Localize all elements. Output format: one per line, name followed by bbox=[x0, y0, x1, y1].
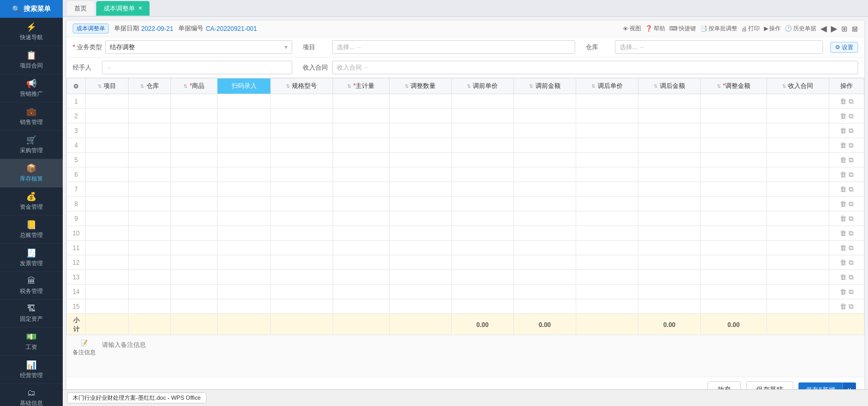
warehouse-cell[interactable] bbox=[128, 138, 171, 153]
goods-cell[interactable] bbox=[171, 109, 218, 123]
warehouse-cell[interactable] bbox=[128, 241, 171, 255]
nav-prev-btn[interactable]: ◀ bbox=[820, 24, 827, 33]
goods-cell[interactable] bbox=[171, 241, 218, 255]
unit-cell[interactable] bbox=[333, 270, 389, 285]
unit-cell[interactable] bbox=[333, 138, 389, 153]
scan-input-cell[interactable] bbox=[218, 285, 270, 299]
scan-input-cell[interactable] bbox=[218, 153, 270, 167]
goods-cell[interactable] bbox=[171, 299, 218, 314]
unit-cell[interactable] bbox=[333, 255, 389, 270]
scan-input-cell[interactable] bbox=[218, 255, 270, 270]
spec-type-cell[interactable] bbox=[270, 123, 333, 138]
project-cell[interactable] bbox=[86, 153, 129, 167]
prev-amount-cell[interactable] bbox=[513, 226, 576, 241]
unit-cell[interactable] bbox=[333, 167, 389, 182]
adj-amount-cell[interactable] bbox=[701, 167, 767, 182]
adj-qty-cell[interactable] bbox=[389, 270, 451, 285]
adj-qty-cell[interactable] bbox=[389, 153, 451, 167]
project-cell[interactable] bbox=[86, 226, 129, 241]
prev-amount-cell[interactable] bbox=[513, 197, 576, 211]
copy-row-icon[interactable]: ⧉ bbox=[849, 127, 853, 135]
prev-amount-cell[interactable] bbox=[513, 123, 576, 138]
income-contract-cell[interactable] bbox=[767, 182, 829, 197]
adj-qty-cell[interactable] bbox=[389, 211, 451, 226]
scan-input-cell[interactable] bbox=[218, 211, 270, 226]
after-unit-price-cell[interactable] bbox=[576, 241, 638, 255]
delete-row-icon[interactable]: 🗑 bbox=[840, 288, 847, 296]
copy-row-icon[interactable]: ⧉ bbox=[849, 273, 853, 281]
after-unit-price-cell[interactable] bbox=[576, 153, 638, 167]
spec-type-cell[interactable] bbox=[270, 241, 333, 255]
unit-cell[interactable] bbox=[333, 211, 389, 226]
scan-input-cell[interactable] bbox=[218, 109, 270, 123]
adj-amount-cell[interactable] bbox=[701, 285, 767, 299]
copy-row-icon[interactable]: ⧉ bbox=[849, 215, 853, 223]
scan-input-cell[interactable] bbox=[218, 167, 270, 182]
after-amount-cell[interactable] bbox=[638, 197, 701, 211]
prev-unit-price-cell[interactable] bbox=[451, 167, 513, 182]
sidebar-item-base-info[interactable]: 🗂 基础信息 bbox=[0, 384, 63, 406]
project-cell[interactable] bbox=[86, 182, 129, 197]
unit-cell[interactable] bbox=[333, 285, 389, 299]
income-contract-cell[interactable] bbox=[767, 138, 829, 153]
after-amount-cell[interactable] bbox=[638, 226, 701, 241]
after-amount-cell[interactable] bbox=[638, 167, 701, 182]
after-unit-price-cell[interactable] bbox=[576, 109, 638, 123]
toolbar-batch-edit-btn[interactable]: 📑 按单批调整 bbox=[700, 25, 737, 32]
prev-unit-price-cell[interactable] bbox=[451, 255, 513, 270]
spec-type-cell[interactable] bbox=[270, 138, 333, 153]
project-cell[interactable] bbox=[86, 285, 129, 299]
project-cell[interactable] bbox=[86, 123, 129, 138]
delete-row-icon[interactable]: 🗑 bbox=[840, 200, 847, 208]
goods-cell[interactable] bbox=[171, 255, 218, 270]
unit-cell[interactable] bbox=[333, 299, 389, 314]
prev-amount-cell[interactable] bbox=[513, 255, 576, 270]
sidebar-item-quick-nav[interactable]: ⚡ 快速导航 bbox=[0, 18, 63, 46]
prev-amount-cell[interactable] bbox=[513, 94, 576, 109]
delete-row-icon[interactable]: 🗑 bbox=[840, 97, 847, 105]
goods-cell[interactable] bbox=[171, 138, 218, 153]
spec-type-cell[interactable] bbox=[270, 153, 333, 167]
spec-type-cell[interactable] bbox=[270, 167, 333, 182]
spec-type-cell[interactable] bbox=[270, 109, 333, 123]
project-cell[interactable] bbox=[86, 197, 129, 211]
prev-unit-price-cell[interactable] bbox=[451, 285, 513, 299]
warehouse-cell[interactable] bbox=[128, 255, 171, 270]
warehouse-cell[interactable] bbox=[128, 270, 171, 285]
adj-amount-cell[interactable] bbox=[701, 109, 767, 123]
goods-cell[interactable] bbox=[171, 226, 218, 241]
unit-cell[interactable] bbox=[333, 153, 389, 167]
income-contract-cell[interactable] bbox=[767, 109, 829, 123]
delete-row-icon[interactable]: 🗑 bbox=[840, 171, 847, 178]
project-cell[interactable] bbox=[86, 255, 129, 270]
copy-row-icon[interactable]: ⧉ bbox=[849, 185, 853, 194]
prev-amount-cell[interactable] bbox=[513, 285, 576, 299]
adj-qty-cell[interactable] bbox=[389, 299, 451, 314]
scan-input-cell[interactable] bbox=[218, 197, 270, 211]
prev-amount-cell[interactable] bbox=[513, 182, 576, 197]
after-amount-cell[interactable] bbox=[638, 255, 701, 270]
warehouse-cell[interactable] bbox=[128, 182, 171, 197]
goods-cell[interactable] bbox=[171, 94, 218, 109]
tab-cost-adjust[interactable]: 成本调整单 ✕ bbox=[96, 1, 150, 16]
goods-cell[interactable] bbox=[171, 182, 218, 197]
sidebar-item-tax-mgmt[interactable]: 🏛 税务管理 bbox=[0, 272, 63, 300]
goods-cell[interactable] bbox=[171, 211, 218, 226]
delete-row-icon[interactable]: 🗑 bbox=[840, 156, 847, 164]
after-unit-price-cell[interactable] bbox=[576, 270, 638, 285]
sidebar-item-inventory-calc[interactable]: 📦 库存核算 bbox=[0, 159, 63, 187]
adj-qty-cell[interactable] bbox=[389, 94, 451, 109]
project-cell[interactable] bbox=[86, 270, 129, 285]
after-unit-price-cell[interactable] bbox=[576, 299, 638, 314]
col-scan-input[interactable]: 扫码录入 bbox=[218, 78, 270, 94]
adj-qty-cell[interactable] bbox=[389, 285, 451, 299]
project-cell[interactable] bbox=[86, 94, 129, 109]
warehouse-cell[interactable] bbox=[128, 153, 171, 167]
adj-qty-cell[interactable] bbox=[389, 123, 451, 138]
income-contract-cell[interactable] bbox=[767, 94, 829, 109]
prev-unit-price-cell[interactable] bbox=[451, 109, 513, 123]
toolbar-shortcuts-btn[interactable]: ⌨ 快捷键 bbox=[669, 25, 696, 32]
unit-cell[interactable] bbox=[333, 123, 389, 138]
taskbar-item[interactable]: 木门行业好业财处理方案-墨红红.doc - WPS Office bbox=[67, 392, 207, 403]
after-unit-price-cell[interactable] bbox=[576, 123, 638, 138]
